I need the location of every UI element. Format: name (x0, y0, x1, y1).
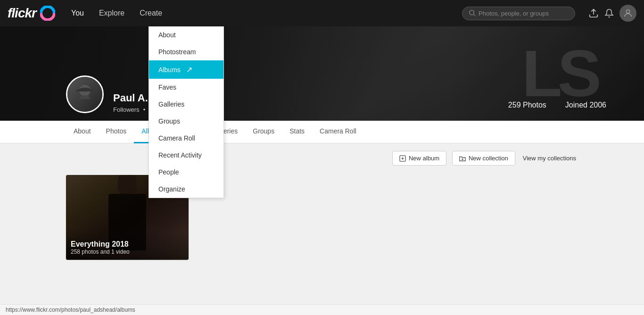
profile-subnav: About Photos Albums Faves Galleries Grou… (0, 121, 644, 143)
albums-grid: Everything 2018 258 photos and 1 video (66, 175, 578, 260)
svg-point-2 (470, 10, 474, 15)
new-album-button[interactable]: New album (392, 151, 446, 166)
svg-line-3 (474, 15, 476, 17)
profile-photos-stat: 259 Photos (508, 101, 546, 109)
plus-square-icon (399, 155, 406, 162)
bell-icon[interactable] (604, 8, 614, 18)
subnav-groups[interactable]: Groups (245, 121, 282, 143)
you-dropdown-menu: About Photostream Albums ↗ Faves Galleri… (149, 26, 224, 198)
subnav-camera-roll[interactable]: Camera Roll (312, 121, 364, 143)
dropdown-groups[interactable]: Groups (149, 113, 223, 130)
view-collections-link[interactable]: View my collections (521, 151, 578, 165)
donut-icon (40, 6, 55, 21)
upload-icon[interactable] (588, 8, 599, 18)
status-bar: https://www.flickr.com/photos/paul_adshe… (0, 304, 644, 315)
profile-followers: Followers (113, 106, 140, 113)
nav-create[interactable]: Create (133, 5, 169, 21)
profile-joined-stat: Joined 2006 (565, 101, 606, 109)
nav-explore[interactable]: Explore (92, 5, 131, 21)
search-box[interactable] (462, 7, 575, 20)
profile-avatar (66, 75, 104, 113)
photos-count: 259 Photos (508, 101, 546, 109)
subnav-photos[interactable]: Photos (99, 121, 134, 143)
status-url: https://www.flickr.com/photos/paul_adshe… (6, 307, 135, 313)
album-overlay-title: Everything 2018 (71, 240, 184, 249)
profile-banner: LS Paul A... Followers • 233 Following (0, 26, 644, 121)
new-collection-button[interactable]: New collection (452, 151, 515, 166)
profile-stats: 259 Photos Joined 2006 (508, 101, 606, 109)
albums-toolbar: New album New collection View my collect… (66, 151, 578, 166)
nav-you[interactable]: You (65, 5, 91, 21)
dropdown-people[interactable]: People (149, 164, 223, 181)
flickr-logo[interactable]: flickr (8, 6, 36, 21)
folder-plus-icon (459, 155, 466, 162)
dropdown-albums[interactable]: Albums ↗ (149, 60, 223, 79)
album-overlay-subtitle: 258 photos and 1 video (71, 249, 184, 255)
topnav-links: You Explore Create (65, 5, 169, 21)
album-overlay: Everything 2018 258 photos and 1 video (66, 231, 189, 260)
search-input[interactable] (479, 10, 568, 17)
user-avatar[interactable] (619, 5, 636, 22)
dropdown-photostream[interactable]: Photostream (149, 43, 223, 60)
svg-rect-7 (76, 90, 93, 91)
dropdown-organize[interactable]: Organize (149, 181, 223, 198)
dropdown-galleries[interactable]: Galleries (149, 96, 223, 113)
avatar-image (67, 77, 102, 112)
dropdown-camera-roll[interactable]: Camera Roll (149, 130, 223, 147)
dropdown-recent-activity[interactable]: Recent Activity (149, 147, 223, 164)
joined-year: Joined 2006 (565, 101, 606, 109)
albums-area: New album New collection View my collect… (0, 143, 644, 313)
top-navigation: flickr You Explore Create (0, 0, 644, 26)
dropdown-about[interactable]: About (149, 26, 223, 43)
subnav-about[interactable]: About (66, 121, 99, 143)
dropdown-faves[interactable]: Faves (149, 79, 223, 96)
subnav-stats[interactable]: Stats (282, 121, 312, 143)
search-icon (469, 10, 476, 17)
svg-point-5 (626, 10, 629, 13)
